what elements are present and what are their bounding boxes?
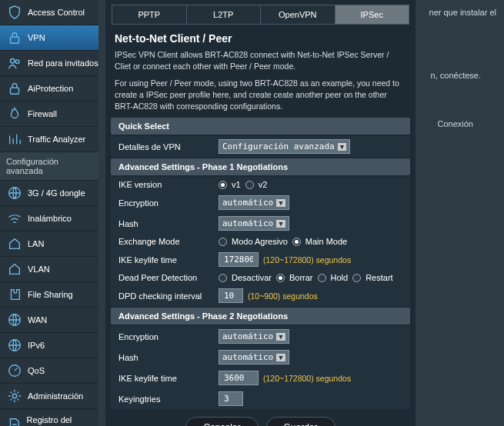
dpd-label: Dead Peer Detection — [118, 273, 219, 282]
panel-title: Net-to-Net Client / Peer — [115, 32, 406, 45]
gauge-icon — [6, 362, 23, 379]
dpd-clear-radio[interactable] — [276, 274, 285, 282]
tab-l2tp[interactable]: L2TP — [187, 5, 262, 24]
people-icon — [6, 55, 23, 72]
ike-v2-text: v2 — [259, 180, 268, 189]
encryption2-select[interactable]: automático▼ — [219, 329, 289, 344]
chevron-down-icon: ▼ — [338, 143, 346, 151]
sidebar-item-label: VPN — [28, 33, 45, 42]
svg-rect-3 — [11, 88, 19, 94]
globe-icon — [6, 337, 23, 354]
globe-icon — [6, 185, 23, 201]
dpd-interval-input[interactable] — [219, 288, 243, 303]
keyingtries-label: Keyingtries — [118, 394, 219, 404]
sidebar-item-red-para-invitados[interactable]: Red para invitados — [0, 51, 98, 76]
dpd-restart-radio[interactable] — [352, 274, 361, 282]
vpn-details-select[interactable]: Configuración avanzada▼ — [219, 139, 350, 154]
header-quick-select: Quick Select — [111, 118, 410, 135]
ike-v2-radio[interactable] — [245, 181, 254, 189]
sidebar-item-traffic-analyzer[interactable]: Traffic Analyzer — [0, 127, 98, 152]
svg-point-8 — [12, 394, 16, 398]
sidebar-item-label: Access Control — [28, 8, 85, 17]
sidebar-item-access-control[interactable]: Access Control — [0, 0, 98, 25]
encryption1-label: Encryption — [118, 198, 219, 208]
sidebar-item-label: Red para invitados — [28, 58, 98, 68]
keylife1-input[interactable] — [219, 252, 259, 267]
ike-v1-radio[interactable] — [219, 181, 227, 189]
save-button[interactable]: Guardar — [266, 417, 335, 426]
exchange-label: Exchange Mode — [118, 237, 219, 246]
sidebar-item-wan[interactable]: WAN — [0, 308, 98, 333]
ike-v1-text: v1 — [232, 180, 241, 189]
sidebar-item-firewall[interactable]: Firewall — [0, 102, 98, 127]
sidebar-item-file-sharing[interactable]: File Sharing — [0, 282, 98, 308]
tab-ipsec[interactable]: IPSec — [335, 5, 409, 24]
keyingtries-input[interactable] — [219, 391, 243, 406]
sidebar-item-ipv6[interactable]: IPv6 — [0, 333, 98, 358]
tab-openvpn[interactable]: OpenVPN — [261, 5, 335, 24]
chevron-down-icon: ▼ — [276, 333, 285, 341]
chevron-down-icon: ▼ — [276, 354, 285, 361]
lock-icon — [6, 80, 23, 97]
sidebar-item-label: Traffic Analyzer — [28, 135, 85, 144]
dpd-interval-hint: (10~900) segundos — [248, 291, 318, 301]
sidebar-item-label: QoS — [28, 366, 45, 375]
flame-icon — [6, 105, 23, 122]
encryption1-select[interactable]: automático▼ — [219, 195, 289, 210]
keylife2-input[interactable] — [219, 371, 259, 385]
sidebar-item-3g-4g-dongle[interactable]: 3G / 4G dongle — [0, 181, 98, 206]
sidebar-item-label: VLAN — [28, 265, 50, 274]
sidebar-item-label: WAN — [28, 315, 47, 324]
hash2-label: Hash — [118, 353, 219, 362]
dpd-restart-text: Restart — [365, 273, 392, 282]
sidebar-item-label: Registro del sistema — [27, 415, 98, 427]
house-icon — [6, 235, 23, 252]
sidebar-section-advanced: Configuración avanzada — [0, 152, 98, 181]
aggressive-text: Modo Agresivo — [232, 237, 288, 246]
config-panel: PPTP L2TP OpenVPN IPSec Net-to-Net Clien… — [105, 0, 416, 426]
connection-label: Conexión — [438, 119, 473, 128]
svg-point-1 — [11, 59, 15, 63]
header-phase2: Advanced Settings - Phase 2 Negotiations — [111, 308, 410, 324]
svg-point-2 — [15, 60, 19, 64]
dpd-hold-text: Hold — [331, 273, 349, 282]
sidebar-item-vlan[interactable]: VLAN — [0, 257, 98, 282]
sidebar-item-label: AiProtection — [28, 84, 73, 93]
sidebar-item-lan[interactable]: LAN — [0, 231, 98, 257]
encryption2-label: Encryption — [118, 332, 219, 341]
sidebar-item-aiprotection[interactable]: AiProtection — [0, 76, 98, 102]
hash2-select[interactable]: automático▼ — [219, 350, 289, 364]
sidebar-item-vpn[interactable]: VPN — [0, 25, 98, 51]
aggressive-radio[interactable] — [219, 238, 227, 246]
shield-icon — [6, 4, 23, 21]
sidebar-item-inal-mbrico[interactable]: Inalámbrico — [0, 206, 98, 231]
hash1-label: Hash — [118, 219, 219, 228]
hash1-select[interactable]: automático▼ — [219, 216, 289, 231]
sidebar-item-label: IPv6 — [28, 341, 45, 350]
keylife1-hint: (120~172800) segundos — [263, 255, 351, 265]
header-phase1: Advanced Settings - Phase 1 Negotiations — [111, 158, 410, 175]
tab-pptp[interactable]: PPTP — [112, 5, 187, 24]
sidebar-item-label: Administración — [28, 391, 83, 401]
cancel-button[interactable]: Cancelar — [185, 417, 258, 426]
puzzle-icon — [6, 286, 23, 303]
doc-icon — [6, 416, 22, 427]
sidebar-item-label: LAN — [28, 239, 44, 248]
chevron-down-icon: ▼ — [276, 199, 285, 207]
keylife2-label: IKE keylife time — [118, 374, 219, 383]
sidebar-item-qos[interactable]: QoS — [0, 358, 98, 384]
lock-icon — [6, 29, 23, 46]
dpd-off-radio[interactable] — [219, 274, 227, 282]
gear-icon — [6, 388, 23, 404]
main-radio[interactable] — [292, 238, 301, 246]
protocol-tabs: PPTP L2TP OpenVPN IPSec — [112, 5, 409, 25]
dpd-off-text: Desactivar — [232, 273, 272, 282]
vpn-details-label: Detalles de VPN — [118, 142, 219, 151]
keylife1-label: IKE keylife time — [118, 255, 219, 265]
dpd-hold-radio[interactable] — [318, 274, 326, 282]
globe-icon — [6, 311, 23, 328]
panel-desc1: IPSec VPN Client allows BRT-AC828 connec… — [115, 49, 406, 72]
sidebar-item-administraci-n[interactable]: Administración — [0, 384, 98, 409]
sidebar-item-label: Firewall — [28, 109, 57, 118]
sidebar-item-registro-del-sistema[interactable]: Registro del sistema — [0, 409, 98, 426]
